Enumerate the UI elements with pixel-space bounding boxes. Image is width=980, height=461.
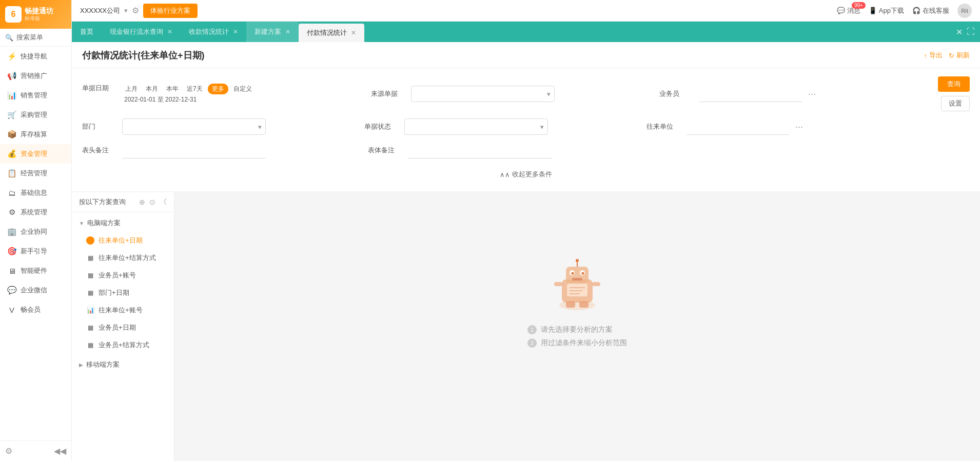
sidebar-item-marketing[interactable]: 📢 营销推广	[0, 66, 71, 86]
sidebar-item-label: 畅会员	[21, 305, 41, 314]
header-gear-icon[interactable]: ⚙	[132, 6, 139, 15]
tab-payment-stats[interactable]: 付款情况统计 ✕	[299, 24, 364, 42]
tab-home[interactable]: 首页	[72, 22, 102, 42]
more-date-btn[interactable]: 更多	[208, 84, 228, 94]
scheme-item-salesman-settle[interactable]: ▦ 业务员+结算方式	[72, 336, 174, 354]
scheme-item-unit-settle[interactable]: ▦ 往来单位+结算方式	[72, 249, 174, 267]
sidebar-item-inventory[interactable]: 📦 库存核算	[0, 125, 71, 144]
logo-icon: 6	[5, 6, 22, 23]
empty-state: 1 请先选择要分析的方案 2 用过滤条件来缩小分析范围	[527, 254, 627, 348]
tab-payment-close-icon[interactable]: ✕	[351, 29, 356, 36]
counterpart-input[interactable]	[687, 118, 789, 135]
tab-new-scheme[interactable]: 新建方案 ✕	[246, 22, 299, 42]
query-button[interactable]: 查询	[938, 76, 970, 92]
sidebar-item-hardware[interactable]: 🖥 智能硬件	[0, 261, 71, 280]
refresh-button[interactable]: ↻ 刷新	[949, 51, 970, 60]
salesman-label: 业务员	[659, 89, 695, 98]
scheme-item-unit-account[interactable]: 📊 往来单位+账号	[72, 302, 174, 319]
message-button[interactable]: 💬 消息 99+	[837, 6, 860, 15]
sidebar-item-enterprise[interactable]: 🏢 企业协同	[0, 222, 71, 242]
sidebar-item-system[interactable]: ⚙ 系统管理	[0, 203, 71, 222]
tab-receipt-stats-label: 收款情况统计	[189, 27, 229, 36]
scheme-label: 业务员+结算方式	[99, 340, 149, 350]
desktop-group-title[interactable]: ▼ 电脑端方案	[72, 214, 174, 232]
scheme-item-unit-date[interactable]: 往来单位+日期	[72, 232, 174, 249]
body-note-input[interactable]	[408, 142, 552, 158]
sidebar-logo: 6 畅捷通坊 标准版	[0, 0, 71, 29]
tab-bar-actions: ✕ ⛶	[956, 27, 980, 37]
main-content: XXXXXX公司 ▾ ⚙ 体验行业方案 💬 消息 99+ 📱 App下载 🎧 在…	[72, 0, 980, 461]
doc-status-select[interactable]	[404, 118, 548, 135]
tip-num-2: 2	[527, 338, 537, 348]
collapse-sidebar-icon[interactable]: ◀◀	[54, 446, 66, 456]
counterpart-more-icon[interactable]: ···	[795, 122, 803, 132]
this-month-btn[interactable]: 本月	[143, 84, 161, 94]
tab-new-scheme-close-icon[interactable]: ✕	[285, 28, 290, 35]
tab-receipt-stats[interactable]: 收款情况统计 ✕	[181, 22, 246, 42]
sidebar-item-wechat[interactable]: 💬 企业微信	[0, 280, 71, 300]
content-body: 按以下方案查询 ⊕ ⊙ 《 ▼ 电脑端方案 往来单位+日期	[72, 192, 980, 461]
sidebar-item-quick-nav[interactable]: ⚡ 快捷导航	[0, 47, 71, 66]
scheme-item-salesman-date[interactable]: ▦ 业务员+日期	[72, 319, 174, 336]
sidebar-item-guide[interactable]: 🎯 新手引导	[0, 242, 71, 261]
company-arrow-icon[interactable]: ▾	[124, 7, 128, 14]
tab-receipt-close-icon[interactable]: ✕	[233, 28, 238, 35]
basic-icon: 🗂	[7, 188, 16, 197]
scheme-settings-icon[interactable]: ⊙	[149, 198, 155, 206]
setting-button[interactable]: 设置	[941, 96, 970, 111]
doc-status-label: 单据状态	[364, 122, 400, 131]
industry-button[interactable]: 体验行业方案	[143, 4, 198, 18]
sidebar-item-purchase[interactable]: 🛒 采购管理	[0, 105, 71, 125]
user-avatar[interactable]: Rit	[957, 4, 972, 18]
top-header: XXXXXX公司 ▾ ⚙ 体验行业方案 💬 消息 99+ 📱 App下载 🎧 在…	[72, 0, 980, 22]
online-service-button[interactable]: 🎧 在线客服	[912, 6, 949, 15]
sidebar-item-basic[interactable]: 🗂 基础信息	[0, 183, 71, 203]
this-year-btn[interactable]: 本年	[163, 84, 182, 94]
sidebar-item-member[interactable]: V 畅会员	[0, 300, 71, 319]
svg-rect-10	[554, 282, 562, 286]
collapse-panel-icon[interactable]: 《	[160, 197, 167, 207]
left-panel: 按以下方案查询 ⊕ ⊙ 《 ▼ 电脑端方案 往来单位+日期	[72, 192, 174, 461]
tip-text-2: 用过滤条件来缩小分析范围	[541, 338, 627, 348]
collapse-filter-button[interactable]: ∧∧ 收起更多条件	[496, 166, 556, 183]
salesman-input[interactable]	[699, 86, 802, 102]
last-7-days-btn[interactable]: 近7天	[184, 84, 206, 94]
source-select[interactable]	[411, 86, 555, 102]
add-scheme-icon[interactable]: ⊕	[139, 198, 145, 206]
mobile-group-arrow-icon: ▶	[79, 362, 83, 368]
dept-select-wrap	[122, 118, 266, 135]
tab-cash-flow-close-icon[interactable]: ✕	[167, 28, 172, 35]
mobile-group-title[interactable]: ▶ 移动端方案	[72, 356, 174, 373]
close-all-tabs-icon[interactable]: ✕	[956, 27, 963, 37]
scheme-table-icon: ▦	[86, 324, 94, 332]
purchase-icon: 🛒	[7, 110, 16, 119]
source-label: 来源单据	[371, 89, 407, 98]
export-button[interactable]: ↑ 导出	[924, 51, 943, 60]
sidebar-item-label: 经营管理	[21, 169, 47, 178]
settings-icon[interactable]: ⚙	[5, 446, 12, 456]
expand-icon[interactable]: ⛶	[967, 27, 975, 36]
logo-text: 畅捷通坊	[25, 7, 53, 15]
scheme-table-icon: ▦	[86, 341, 94, 349]
custom-date-btn[interactable]: 自定义	[230, 84, 255, 94]
service-label: 在线客服	[923, 6, 949, 15]
app-download-button[interactable]: 📱 App下载	[869, 6, 904, 15]
scheme-item-salesman-account[interactable]: ▦ 业务员+账号	[72, 267, 174, 284]
header-note-input[interactable]	[122, 142, 266, 158]
salesman-more-icon[interactable]: ···	[808, 89, 816, 99]
query-setting-wrap: 查询 设置	[938, 76, 970, 111]
dept-label: 部门	[82, 122, 118, 131]
tab-cash-flow[interactable]: 现金银行流水查询 ✕	[102, 22, 181, 42]
sidebar-item-operation[interactable]: 📋 经营管理	[0, 164, 71, 183]
sidebar-item-finance[interactable]: 💰 资金管理	[0, 144, 71, 164]
scheme-table-icon: ▦	[86, 271, 94, 279]
search-menu[interactable]: 🔍 搜索菜单	[0, 29, 71, 47]
dept-select[interactable]	[122, 118, 266, 135]
page-header-actions: ↑ 导出 ↻ 刷新	[924, 51, 970, 60]
header-right: 💬 消息 99+ 📱 App下载 🎧 在线客服 Rit	[837, 4, 972, 18]
scheme-item-dept-date[interactable]: ▦ 部门+日期	[72, 284, 174, 302]
tab-bar: 首页 现金银行流水查询 ✕ 收款情况统计 ✕ 新建方案 ✕ 付款情况统计 ✕ ✕…	[72, 22, 980, 42]
sidebar-item-sales[interactable]: 📊 销售管理	[0, 86, 71, 105]
last-month-btn[interactable]: 上月	[122, 84, 141, 94]
page-content: 付款情况统计(往来单位+日期) ↑ 导出 ↻ 刷新 单据日期	[72, 42, 980, 461]
